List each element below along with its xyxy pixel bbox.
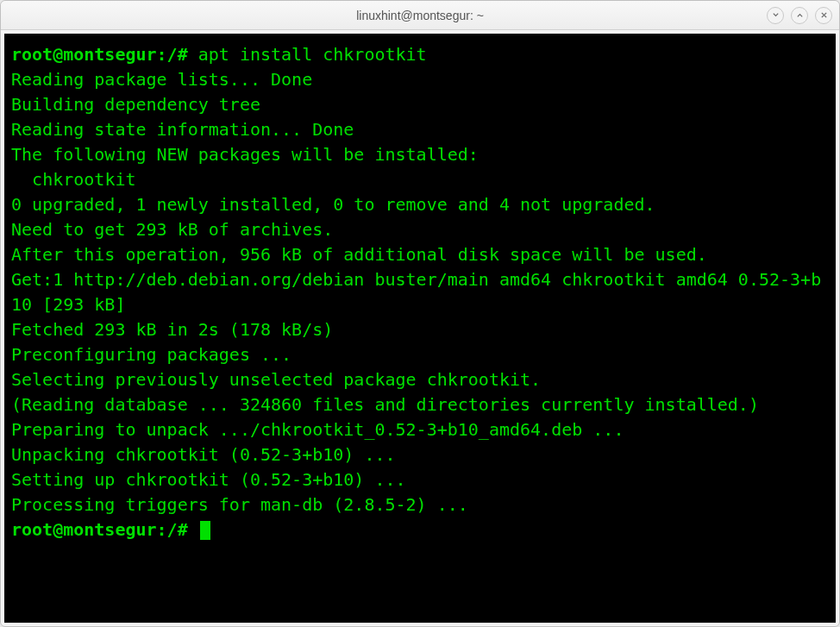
output-line: The following NEW packages will be insta… [11,144,479,165]
output-line: Reading state information... Done [11,119,354,140]
output-line: chkrootkit [11,169,136,190]
command-text: apt install chkrootkit [198,44,427,65]
terminal-area[interactable]: root@montsegur:/# apt install chkrootkit… [4,34,836,623]
output-line: Fetched 293 kB in 2s (178 kB/s) [11,319,333,340]
output-line: Preconfiguring packages ... [11,344,291,365]
output-line: Unpacking chkrootkit (0.52-3+b10) ... [11,444,396,465]
minimize-button[interactable] [767,7,784,24]
output-line: Preparing to unpack .../chkrootkit_0.52-… [11,419,624,440]
output-line: (Reading database ... 324860 files and d… [11,394,759,415]
output-line: 0 upgraded, 1 newly installed, 0 to remo… [11,194,655,215]
shell-prompt: root@montsegur:/# [11,44,198,65]
output-line: Processing triggers for man-db (2.8.5-2)… [11,494,468,515]
output-line: Need to get 293 kB of archives. [11,219,333,240]
output-line: Building dependency tree [11,94,260,115]
output-line: After this operation, 956 kB of addition… [11,244,707,265]
maximize-icon [796,11,804,19]
cursor-block [200,521,210,540]
output-line: Setting up chkrootkit (0.52-3+b10) ... [11,469,406,490]
shell-prompt: root@montsegur:/# [11,519,198,540]
titlebar: linuxhint@montsegur: ~ [1,1,839,30]
output-line: Get:1 http://deb.debian.org/debian buste… [11,269,821,315]
window-title: linuxhint@montsegur: ~ [356,9,484,22]
terminal-window: linuxhint@montsegur: ~ root@montsegur:/#… [0,0,840,627]
close-icon [820,11,828,19]
minimize-icon [772,11,780,19]
window-controls [767,7,832,24]
output-line: Reading package lists... Done [11,69,312,90]
maximize-button[interactable] [791,7,808,24]
output-line: Selecting previously unselected package … [11,369,541,390]
close-button[interactable] [815,7,832,24]
